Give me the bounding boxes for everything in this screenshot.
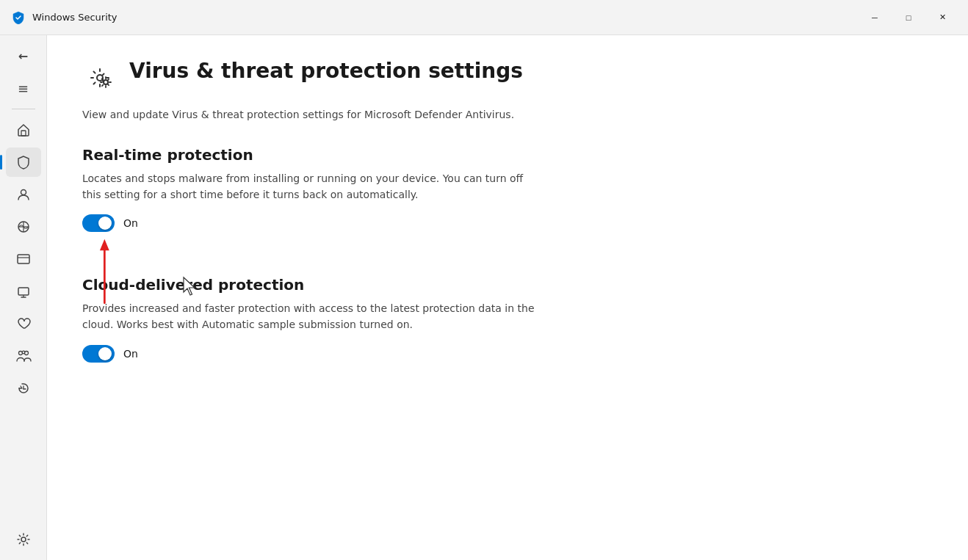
- real-time-protection-toggle[interactable]: [82, 214, 115, 232]
- account-icon: [16, 187, 31, 202]
- section-cloud-protection: Cloud-delivered protection Provides incr…: [82, 276, 933, 362]
- home-icon: [16, 123, 31, 137]
- cloud-protection-desc: Provides increased and faster protection…: [82, 301, 538, 332]
- sidebar-item-history[interactable]: [6, 374, 41, 403]
- titlebar-controls: ─ □ ✕: [858, 6, 959, 29]
- maximize-button[interactable]: □: [892, 6, 925, 29]
- toggle-thumb: [98, 217, 112, 230]
- titlebar-left: Windows Security: [12, 11, 118, 24]
- sidebar-divider-1: [12, 109, 35, 109]
- minimize-button[interactable]: ─: [858, 6, 892, 29]
- svg-point-12: [22, 351, 25, 354]
- sidebar: ← ≡: [0, 35, 47, 560]
- cloud-toggle-thumb: [98, 347, 112, 360]
- svg-rect-7: [18, 288, 29, 295]
- real-time-protection-toggle-label: On: [123, 217, 138, 229]
- cloud-toggle-row: On: [82, 345, 933, 363]
- sidebar-item-back[interactable]: ←: [6, 41, 41, 70]
- app-container: ← ≡: [0, 35, 968, 560]
- settings-gear-icon: [82, 62, 118, 94]
- sidebar-item-shield[interactable]: [6, 148, 41, 177]
- svg-marker-19: [100, 239, 109, 251]
- sidebar-item-settings[interactable]: [6, 525, 41, 554]
- app-icon: [12, 11, 25, 24]
- svg-point-15: [21, 537, 26, 542]
- cloud-protection-title: Cloud-delivered protection: [82, 276, 933, 294]
- sidebar-item-app[interactable]: [6, 244, 41, 274]
- device-icon: [16, 284, 31, 299]
- real-time-protection-title: Real-time protection: [82, 146, 933, 164]
- settings-icon: [16, 532, 31, 547]
- titlebar-title: Windows Security: [32, 12, 118, 23]
- family-icon: [15, 349, 32, 363]
- svg-point-1: [21, 190, 26, 195]
- page-subtitle: View and update Virus & threat protectio…: [82, 107, 933, 123]
- real-time-protection-desc: Locates and stops malware from installin…: [82, 171, 538, 203]
- sidebar-item-health[interactable]: [6, 309, 41, 338]
- sidebar-item-home[interactable]: [6, 115, 41, 145]
- page-title: Virus & threat protection settings: [129, 59, 523, 84]
- sidebar-item-family[interactable]: [6, 341, 41, 371]
- svg-rect-0: [21, 131, 26, 136]
- cloud-protection-toggle[interactable]: [82, 345, 115, 363]
- cloud-protection-toggle-label: On: [123, 348, 138, 360]
- page-header-icon: [82, 62, 118, 98]
- health-icon: [16, 316, 31, 331]
- page-header: Virus & threat protection settings: [82, 59, 933, 98]
- history-icon: [16, 381, 31, 396]
- svg-rect-5: [18, 255, 29, 263]
- titlebar: Windows Security ─ □ ✕: [0, 0, 968, 35]
- real-time-toggle-row: On: [82, 214, 138, 232]
- network-icon: [16, 219, 31, 234]
- main-content: Virus & threat protection settings View …: [47, 35, 968, 560]
- sidebar-item-menu[interactable]: ≡: [6, 73, 41, 103]
- toggle-annotation-wrapper: On: [82, 214, 138, 235]
- sidebar-item-device[interactable]: [6, 277, 41, 306]
- close-button[interactable]: ✕: [925, 6, 959, 29]
- shield-icon: [16, 155, 31, 170]
- section-real-time-protection: Real-time protection Locates and stops m…: [82, 146, 933, 235]
- sidebar-item-network[interactable]: [6, 212, 41, 241]
- app-browser-icon: [16, 252, 31, 266]
- sidebar-item-account[interactable]: [6, 180, 41, 209]
